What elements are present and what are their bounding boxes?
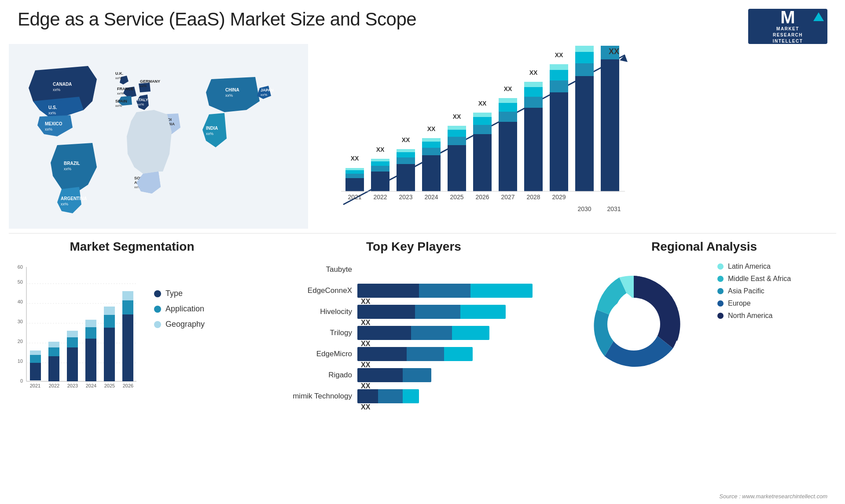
donut-chart-wrap xyxy=(572,263,695,386)
bar-2028-seg1 xyxy=(524,108,543,191)
dot-middle-east-africa xyxy=(717,276,724,282)
bar-2023-seg4 xyxy=(397,149,415,152)
svg-rect-21 xyxy=(48,342,59,347)
bar-2021-seg3 xyxy=(345,170,364,174)
bar-2021-seg1 xyxy=(345,178,364,191)
spain-label: SPAIN xyxy=(115,99,127,103)
bar-chart-section: XX XX XX XX XX XX xyxy=(308,40,643,229)
player-bar-trilogy xyxy=(357,326,489,340)
japan-label: JAPAN xyxy=(261,88,274,92)
player-xx-edgemicro: XX xyxy=(361,361,370,369)
regional-analysis-section: Regional Analysis xyxy=(572,240,836,495)
bar-2029-seg4 xyxy=(550,64,568,70)
france-value: xx% xyxy=(117,91,124,95)
donut-hole xyxy=(607,298,660,351)
bar-2026-label: XX xyxy=(478,100,487,107)
legend-europe: Europe xyxy=(717,299,791,307)
bar-2027-seg3 xyxy=(499,103,517,112)
bar-2024-seg3 xyxy=(422,142,441,148)
germany-label: GERMANY xyxy=(140,79,160,84)
player-xx-trilogy: XX xyxy=(361,340,370,347)
bar-seg3 xyxy=(470,284,532,298)
svg-rect-28 xyxy=(85,327,96,339)
label-north-america: North America xyxy=(728,312,772,320)
bar-2022-seg4 xyxy=(371,159,389,161)
bar-2031-seg1 xyxy=(601,59,619,191)
player-bar-wrap-rigado: XX xyxy=(357,368,563,382)
player-row-rigado: Rigado XX xyxy=(264,368,563,382)
bar-seg3 xyxy=(403,389,419,403)
xlabel-2026: 2026 xyxy=(475,194,489,201)
bar-2030-seg3 xyxy=(575,52,594,63)
player-row-edgemicro: EdgeMicro XX xyxy=(264,347,563,361)
header: Edge as a Service (EaaS) Market Size and… xyxy=(18,9,827,44)
player-bar-hivelocity xyxy=(357,305,506,319)
bar-2029-seg2 xyxy=(550,80,568,92)
player-xx-rigado: XX xyxy=(361,382,370,390)
svg-rect-16 xyxy=(30,355,41,363)
bar-2025-seg4 xyxy=(448,126,466,130)
svg-text:2023: 2023 xyxy=(67,383,78,388)
bar-2027-seg1 xyxy=(499,122,517,191)
bar-2021-seg2 xyxy=(345,174,364,178)
bar-2029-label: XX xyxy=(555,51,563,58)
bar-2024-label: XX xyxy=(427,125,436,132)
world-map-svg: CANADA xx% U.S. xx% MEXICO xx% BRAZIL xx… xyxy=(9,44,308,229)
bar-2031-xx: XX xyxy=(609,47,619,56)
bar-2031-xlabel: 2031 xyxy=(607,205,621,212)
player-row-edgeconnex: EdgeConneX XX xyxy=(264,284,563,298)
bar-seg3 xyxy=(460,305,506,319)
legend-application-label: Application xyxy=(165,304,204,314)
bar-seg3 xyxy=(452,326,489,340)
market-segmentation-section: Market Segmentation 0 10 20 30 40 50 60 xyxy=(9,240,255,495)
player-name-hivelocity: Hivelocity xyxy=(264,307,352,316)
spain-value: xx% xyxy=(115,104,122,108)
label-europe: Europe xyxy=(728,299,751,307)
china-label: CHINA xyxy=(225,88,239,92)
italy-value: xx% xyxy=(137,102,144,106)
bar-2021-seg4 xyxy=(345,168,364,170)
logo-accent-icon xyxy=(813,12,824,21)
bar-2022-seg3 xyxy=(371,161,389,166)
canada-label: CANADA xyxy=(53,82,72,87)
uk-value: xx% xyxy=(115,76,122,80)
svg-text:50: 50 xyxy=(18,279,23,285)
svg-text:40: 40 xyxy=(18,299,23,304)
mexico-value: xx% xyxy=(45,127,52,131)
bar-2024-seg1 xyxy=(422,155,441,191)
bar-seg2 xyxy=(411,326,452,340)
legend-geography-label: Geography xyxy=(165,320,205,329)
label-latin-america: Latin America xyxy=(728,263,771,270)
logo-text: MARKET RESEARCH INTELLECT xyxy=(773,26,803,44)
bar-seg1 xyxy=(357,305,415,319)
svg-rect-36 xyxy=(122,300,133,314)
svg-rect-19 xyxy=(48,356,59,381)
world-map-section: CANADA xx% U.S. xx% MEXICO xx% BRAZIL xx… xyxy=(9,44,308,229)
player-xx-mimik: XX xyxy=(361,403,370,411)
dot-europe xyxy=(717,300,724,307)
bar-2025-seg3 xyxy=(448,130,466,137)
player-xx-hivelocity: XX xyxy=(361,319,370,326)
bar-seg2 xyxy=(403,368,432,382)
svg-text:30: 30 xyxy=(18,319,23,324)
legend-application: Application xyxy=(154,304,205,314)
bar-2022-seg2 xyxy=(371,166,389,172)
bar-2028-seg3 xyxy=(524,87,543,97)
players-list: Taubyte EdgeConneX XX Hivelocity xyxy=(264,263,563,403)
dot-north-america xyxy=(717,313,724,319)
china-value: xx% xyxy=(225,93,233,98)
xlabel-2027: 2027 xyxy=(501,194,514,201)
regional-legend: Latin America Middle East & Africa Asia … xyxy=(709,263,791,320)
xlabel-2021: 2021 xyxy=(348,194,361,201)
legend-middle-east-africa: Middle East & Africa xyxy=(717,275,791,283)
svg-text:2026: 2026 xyxy=(123,383,133,388)
bar-2027-seg4 xyxy=(499,98,517,103)
svg-rect-32 xyxy=(104,315,115,328)
bar-2026-seg4 xyxy=(473,113,492,117)
key-players-title: Top Key Players xyxy=(264,240,563,254)
us-label: U.S. xyxy=(48,105,57,110)
bar-2025-seg1 xyxy=(448,145,466,191)
player-name-mimik: mimik Technology xyxy=(264,392,352,401)
india-value: xx% xyxy=(206,131,213,136)
bar-2029-seg3 xyxy=(550,70,568,80)
